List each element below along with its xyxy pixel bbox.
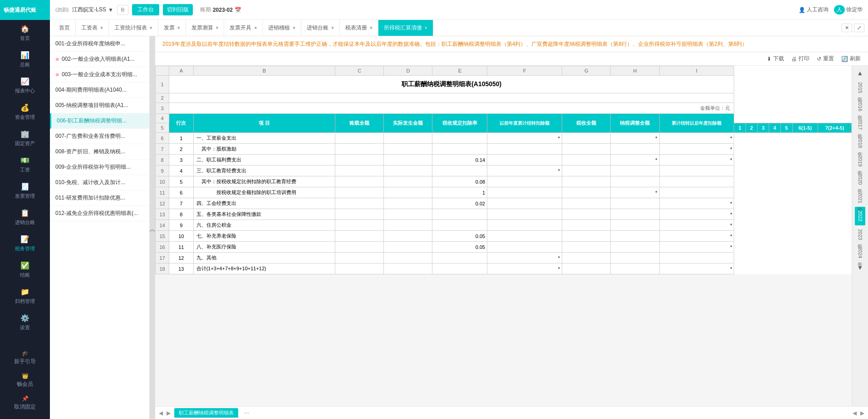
- tab-2-close[interactable]: ×: [150, 25, 152, 30]
- row-c2-14[interactable]: [384, 220, 432, 231]
- row-c3-7[interactable]: [432, 144, 487, 155]
- row-c4-10[interactable]: [487, 176, 562, 187]
- more-sheets-btn[interactable]: ⋯: [244, 410, 249, 416]
- row-c7-18[interactable]: *: [659, 263, 734, 274]
- row-c4-16[interactable]: [487, 242, 562, 253]
- row-c2-11[interactable]: [384, 187, 432, 198]
- row-c4-7[interactable]: [487, 144, 562, 155]
- row-c1-16[interactable]: [335, 242, 383, 253]
- user-profile[interactable]: 人 徐淀华: [834, 5, 863, 15]
- row-c3-16[interactable]: 0.05: [432, 242, 487, 253]
- row-c6-15[interactable]: [611, 231, 659, 242]
- row-c6-18[interactable]: [611, 263, 659, 274]
- row-c3-18[interactable]: [432, 263, 487, 274]
- row-c4-12[interactable]: [487, 198, 562, 209]
- row-c2-18[interactable]: [384, 263, 432, 274]
- left-panel-item-012[interactable]: 012-减免企业所得税优惠明细表(...: [50, 206, 149, 221]
- row-c6-6[interactable]: *: [611, 133, 659, 144]
- tab-8[interactable]: 税表清册×: [340, 20, 378, 36]
- row-c3-10[interactable]: 0.08: [432, 176, 487, 187]
- left-panel-item-004[interactable]: 004-期间费用明细表(A1040...: [50, 83, 149, 98]
- row-c2-13[interactable]: [384, 209, 432, 220]
- row-c4-8[interactable]: [487, 155, 562, 166]
- left-panel-item-010[interactable]: 010-免税、减计收入及加计...: [50, 175, 149, 190]
- row-c6-9[interactable]: [611, 166, 659, 176]
- row-c1-8[interactable]: [335, 155, 383, 166]
- row-c4-15[interactable]: [487, 231, 562, 242]
- row-c2-7[interactable]: [384, 144, 432, 155]
- left-panel-item-009[interactable]: 009-企业所得税弥补亏损明细...: [50, 160, 149, 175]
- tab-2[interactable]: 工资统计报表×: [109, 20, 158, 36]
- row-c7-13[interactable]: *: [659, 209, 734, 220]
- tab-3-close[interactable]: ×: [177, 25, 180, 30]
- row-c5-13[interactable]: [562, 209, 611, 220]
- row-c1-12[interactable]: [335, 198, 383, 209]
- row-c5-11[interactable]: [562, 187, 611, 198]
- left-panel-item-008[interactable]: 008-资产折旧、摊销及纳税...: [50, 144, 149, 160]
- workbench-button[interactable]: 工作台: [132, 4, 159, 15]
- row-c6-8[interactable]: *: [611, 155, 659, 166]
- year-item-2021年[interactable]: 2021年: [855, 189, 865, 207]
- row-c1-14[interactable]: [335, 220, 383, 231]
- row-c7-7[interactable]: *: [659, 144, 734, 155]
- tab-8-close[interactable]: ×: [370, 25, 373, 30]
- download-button[interactable]: ⬇ 下载: [767, 55, 784, 63]
- row-c7-14[interactable]: *: [659, 220, 734, 231]
- row-c5-18[interactable]: [562, 263, 611, 274]
- sidebar-item-sales[interactable]: 📋进销台账: [0, 204, 50, 230]
- row-c6-11[interactable]: *: [611, 187, 659, 198]
- row-c6-10[interactable]: [611, 176, 659, 187]
- row-c1-9[interactable]: [335, 166, 383, 176]
- row-c3-8[interactable]: 0.14: [432, 155, 487, 166]
- left-panel-item-005[interactable]: 005-纳税调整项目明细表(A1...: [50, 98, 149, 113]
- tab-9-close[interactable]: ×: [425, 25, 427, 30]
- row-c5-12[interactable]: [562, 198, 611, 209]
- tab-3[interactable]: 发票×: [158, 20, 186, 36]
- row-c3-15[interactable]: 0.05: [432, 231, 487, 242]
- copy-button[interactable]: ⎘: [117, 5, 128, 15]
- year-item-2024年[interactable]: 2024年: [855, 244, 865, 262]
- year-nav-up[interactable]: ▲: [855, 68, 865, 78]
- row-c7-10[interactable]: [659, 176, 734, 187]
- refresh-button[interactable]: 🔄 刷新: [841, 55, 861, 63]
- row-c5-7[interactable]: [562, 144, 611, 155]
- tab-6-close[interactable]: ×: [293, 25, 295, 30]
- row-c2-8[interactable]: [384, 155, 432, 166]
- sidebar-item-tax[interactable]: 📝税务管理: [0, 230, 50, 257]
- row-c5-15[interactable]: [562, 231, 611, 242]
- sidebar-item-assets[interactable]: 🏢固定资产: [0, 125, 50, 151]
- row-c7-12[interactable]: *: [659, 198, 734, 209]
- tab-9[interactable]: 所得税汇算清缴×: [378, 20, 433, 36]
- collapse-button[interactable]: 《: [150, 36, 155, 419]
- row-c6-14[interactable]: [611, 220, 659, 231]
- tab-1[interactable]: 工资表×: [76, 20, 109, 36]
- sidebar-bottom-item-newbie[interactable]: 🎓新手引导: [2, 346, 48, 369]
- year-item-2020年[interactable]: 2020年: [855, 170, 865, 188]
- row-c7-8[interactable]: *: [659, 155, 734, 166]
- reset-button[interactable]: ↺ 重置: [817, 55, 834, 63]
- year-item-2023年[interactable]: 2023年: [855, 225, 865, 244]
- row-c1-15[interactable]: [335, 231, 383, 242]
- tab-0[interactable]: 首页: [54, 20, 76, 36]
- row-c3-17[interactable]: [432, 253, 487, 263]
- sidebar-item-archive[interactable]: 📁归档管理: [0, 283, 50, 309]
- row-c3-14[interactable]: [432, 220, 487, 231]
- year-nav-down[interactable]: ▼: [855, 262, 865, 273]
- company-selector[interactable]: 江西皖宝-LSS ▼: [72, 6, 113, 14]
- year-item-2022年[interactable]: 2022年: [855, 207, 865, 225]
- row-c1-7[interactable]: [335, 144, 383, 155]
- row-c2-15[interactable]: [384, 231, 432, 242]
- row-c3-9[interactable]: [432, 166, 487, 176]
- left-panel-item-011[interactable]: 011-研发费用加计扣除优惠...: [50, 190, 149, 206]
- row-c1-10[interactable]: [335, 176, 383, 187]
- row-c5-17[interactable]: [562, 253, 611, 263]
- row-c7-6[interactable]: *: [659, 133, 734, 144]
- sidebar-item-invoice[interactable]: 🧾发票管理: [0, 178, 50, 204]
- sidebar-item-report[interactable]: 📈报表中心: [0, 73, 50, 99]
- year-item-2017年[interactable]: 2017年: [855, 115, 865, 133]
- year-item-2016年[interactable]: 2016年: [855, 97, 865, 115]
- row-c4-14[interactable]: [487, 220, 562, 231]
- company-dropdown-icon[interactable]: ▼: [108, 7, 113, 13]
- sidebar-item-ledger[interactable]: 📊总账: [0, 46, 50, 73]
- scroll-right-btn[interactable]: ▶: [167, 410, 171, 416]
